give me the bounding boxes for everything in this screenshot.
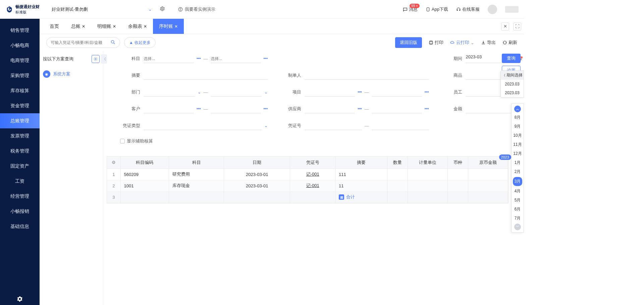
scroll-down-button[interactable]: ︾ bbox=[514, 224, 521, 230]
tenant-select[interactable]: 好业财测试-量勿删 ⌄ bbox=[52, 6, 152, 12]
voucher-link[interactable]: 记-001 bbox=[306, 172, 319, 177]
month-item[interactable]: 12月 bbox=[512, 149, 524, 158]
sidebar-item-2[interactable]: 电商管理 bbox=[0, 53, 40, 68]
search-box[interactable] bbox=[46, 37, 120, 48]
more-icon[interactable]: ••• bbox=[425, 90, 429, 95]
voucher-no-from-input[interactable] bbox=[305, 121, 362, 130]
voucher-link[interactable]: 记-001 bbox=[306, 183, 319, 188]
tab-0[interactable]: 首页 bbox=[44, 19, 65, 34]
sidebar-item-13[interactable]: 基础信息 bbox=[0, 219, 40, 234]
search-input[interactable] bbox=[51, 40, 110, 45]
tab-1[interactable]: 总账✕ bbox=[65, 19, 91, 34]
collapse-filters-button[interactable]: ▲ 收起更多 bbox=[124, 37, 156, 48]
month-item[interactable]: 8月 bbox=[512, 113, 524, 122]
column-header[interactable]: 科目编码 bbox=[120, 157, 169, 169]
sidebar-item-5[interactable]: 资金管理 bbox=[0, 98, 40, 113]
cloud-print-button[interactable]: 云打印 ⌄ bbox=[450, 40, 474, 46]
more-icon[interactable]: ••• bbox=[358, 107, 362, 111]
tab-2[interactable]: 明细账✕ bbox=[91, 19, 122, 34]
month-item[interactable]: 7月 bbox=[512, 214, 524, 223]
column-header[interactable]: 币种 bbox=[448, 157, 468, 169]
voucher-no-to-input[interactable] bbox=[372, 121, 429, 130]
sidebar-settings[interactable] bbox=[0, 293, 40, 305]
user-menu[interactable] bbox=[505, 6, 519, 13]
query-button[interactable]: 查询 bbox=[502, 54, 521, 63]
month-item[interactable]: 11月 bbox=[512, 140, 524, 149]
tab-3[interactable]: 余额表✕ bbox=[122, 19, 153, 34]
close-tab-button[interactable]: ✕ bbox=[501, 22, 509, 30]
customer-from-input[interactable] bbox=[144, 105, 194, 113]
show-aux-checkbox[interactable]: 显示辅助核算 bbox=[120, 138, 514, 144]
column-header[interactable]: 计量单位 bbox=[408, 157, 447, 169]
column-header[interactable]: 科目 bbox=[169, 157, 224, 169]
table-row[interactable]: 21001库存现金2023-03-01记-00111 bbox=[107, 180, 508, 191]
refresh-button[interactable]: 刷新 bbox=[502, 40, 517, 46]
month-item[interactable]: 4月 bbox=[512, 187, 524, 196]
period-from-display[interactable]: 2023.03 bbox=[501, 80, 524, 88]
sidebar-item-10[interactable]: 工资 bbox=[0, 174, 40, 189]
period-to-display[interactable]: 2023.03 bbox=[501, 88, 524, 97]
scheme-settings-button[interactable] bbox=[92, 55, 100, 63]
sidebar-item-9[interactable]: 固定资产 bbox=[0, 159, 40, 174]
period-selector-title[interactable]: 《期间选择 bbox=[501, 71, 524, 80]
column-header[interactable]: 日期 bbox=[224, 157, 290, 169]
close-icon[interactable]: ✕ bbox=[174, 24, 178, 29]
chevron-down-icon[interactable]: ⌄ bbox=[198, 90, 201, 95]
sidebar-item-6[interactable]: 总账管理 bbox=[0, 113, 40, 128]
more-icon[interactable]: ••• bbox=[425, 107, 429, 111]
sidebar-item[interactable] bbox=[0, 19, 40, 23]
column-header[interactable]: 摘要 bbox=[335, 157, 387, 169]
table-row[interactable]: 1560209研究费用2023-03-01记-001111 bbox=[107, 169, 508, 180]
month-item[interactable]: 10月 bbox=[512, 131, 524, 140]
sidebar-item-3[interactable]: 采购管理 bbox=[0, 68, 40, 83]
project-to-input[interactable] bbox=[372, 88, 422, 97]
month-item[interactable]: 3月 bbox=[513, 177, 522, 186]
subject-from-input[interactable] bbox=[144, 54, 194, 63]
settings-button[interactable] bbox=[160, 6, 165, 12]
close-icon[interactable]: ✕ bbox=[144, 24, 147, 29]
print-button[interactable]: 打印 bbox=[429, 40, 443, 46]
sidebar-item-1[interactable]: 小畅电商 bbox=[0, 38, 40, 53]
more-icon[interactable]: ••• bbox=[197, 56, 201, 61]
message-button[interactable]: 消息 99 + bbox=[403, 6, 418, 12]
column-header[interactable]: 凭证号 bbox=[290, 157, 335, 169]
project-from-input[interactable] bbox=[305, 88, 355, 97]
more-icon[interactable]: ••• bbox=[197, 107, 201, 111]
chevron-down-icon[interactable]: ⌄ bbox=[264, 90, 268, 95]
column-settings[interactable]: ⚙ bbox=[107, 157, 120, 169]
summary-input[interactable] bbox=[144, 71, 268, 80]
more-icon[interactable]: ••• bbox=[264, 107, 268, 111]
voucher-type-input[interactable] bbox=[144, 121, 262, 130]
supplier-from-input[interactable] bbox=[305, 105, 355, 113]
month-item[interactable]: 1月 bbox=[512, 158, 524, 167]
sidebar-item-8[interactable]: 税务管理 bbox=[0, 143, 40, 159]
search-icon[interactable] bbox=[110, 40, 116, 46]
old-version-button[interactable]: 退回旧版 bbox=[395, 37, 422, 48]
chevron-down-icon[interactable]: ⌄ bbox=[264, 123, 268, 128]
tab-4[interactable]: 序时账✕ bbox=[153, 19, 184, 34]
close-icon[interactable]: ✕ bbox=[113, 24, 116, 29]
dept-to-input[interactable] bbox=[211, 88, 262, 97]
month-item[interactable]: 5月 bbox=[512, 196, 524, 205]
support-button[interactable]: 在线客服 bbox=[456, 6, 480, 12]
sidebar-item-11[interactable]: 经营管理 bbox=[0, 189, 40, 204]
month-item[interactable]: 6月 bbox=[512, 205, 524, 214]
download-button[interactable]: App下载 bbox=[426, 6, 448, 12]
close-icon[interactable]: ✕ bbox=[82, 24, 85, 29]
sidebar-item-0[interactable]: 销售管理 bbox=[0, 23, 40, 38]
avatar[interactable] bbox=[488, 5, 497, 14]
sidebar-item-4[interactable]: 库存核算 bbox=[0, 83, 40, 98]
dept-from-input[interactable] bbox=[144, 88, 195, 97]
fullscreen-button[interactable]: ⛶ bbox=[513, 22, 521, 30]
more-icon[interactable]: ••• bbox=[264, 56, 268, 61]
table-row[interactable]: 3▦合计 bbox=[107, 191, 508, 203]
sidebar-item-12[interactable]: 小畅报销 bbox=[0, 204, 40, 219]
subject-to-input[interactable] bbox=[211, 54, 261, 63]
maker-input[interactable] bbox=[305, 71, 429, 80]
month-item[interactable]: 9月 bbox=[512, 122, 524, 131]
customer-to-input[interactable] bbox=[211, 105, 261, 113]
supplier-to-input[interactable] bbox=[372, 105, 422, 113]
demo-link[interactable]: 我要看实例演示 bbox=[178, 6, 215, 12]
more-icon[interactable]: ••• bbox=[358, 90, 362, 95]
scheme-item-system[interactable]: ◉ 系统方案 bbox=[43, 70, 100, 78]
